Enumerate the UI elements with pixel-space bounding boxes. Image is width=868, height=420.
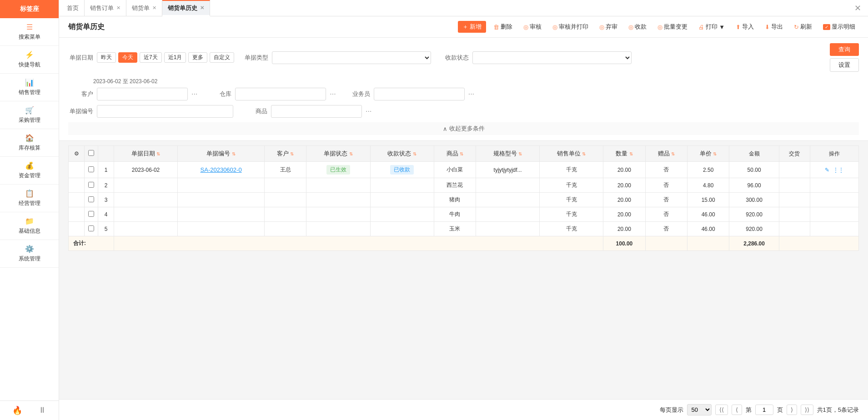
collapse-button[interactable]: ∧ 收起更多条件 — [68, 122, 859, 135]
tab-close-all[interactable]: ✕ — [850, 3, 866, 13]
cell-date — [114, 222, 178, 236]
sidebar-item-finance[interactable]: 💰 资金管理 — [0, 157, 59, 185]
col-unit-header[interactable]: 销售单位 ⇅ — [540, 146, 603, 162]
cell-docstatus — [306, 178, 370, 193]
goods-more-icon[interactable]: ··· — [366, 107, 371, 115]
date-sort-icon[interactable]: ⇅ — [156, 151, 160, 156]
docno-sort-icon[interactable]: ⇅ — [232, 151, 236, 156]
tab-sales-goods[interactable]: 销货单 ✕ — [126, 0, 162, 16]
show-details-button[interactable]: ✓ 显示明细 — [819, 21, 859, 33]
refresh-button[interactable]: ↻ 刷新 — [790, 21, 816, 33]
page-input[interactable] — [755, 405, 773, 415]
col-docstatus-header[interactable]: 单据状态 ⇅ — [306, 146, 370, 162]
customer-more-icon[interactable]: ··· — [191, 90, 197, 98]
date-btn-1month[interactable]: 近1月 — [164, 52, 186, 63]
payment-status-select[interactable] — [472, 51, 632, 64]
cell-checkbox[interactable] — [85, 162, 98, 178]
customer-input[interactable] — [97, 88, 188, 100]
query-button[interactable]: 查询 — [830, 43, 859, 56]
edit-button[interactable]: ✎ — [825, 167, 829, 173]
goods-input[interactable] — [271, 105, 362, 118]
quantity-sort-icon[interactable]: ⇅ — [629, 151, 633, 156]
sidebar-item-operations[interactable]: 📋 经营管理 — [0, 185, 59, 212]
row-checkbox[interactable] — [88, 166, 94, 172]
cell-checkbox[interactable] — [85, 222, 98, 236]
gift-sort-icon[interactable]: ⇅ — [671, 151, 675, 156]
abandon-button[interactable]: ◎ 弃审 — [596, 21, 621, 33]
setting-button[interactable]: 设置 — [830, 58, 859, 72]
sidebar-item-quicknav[interactable]: ⚡ 快捷导航 — [0, 46, 59, 74]
sidebar-item-system[interactable]: ⚙️ 系统管理 — [0, 240, 59, 268]
col-docno-header[interactable]: 单据编号 ⇅ — [178, 146, 265, 162]
col-paymentstatus-header[interactable]: 收款状态 ⇅ — [370, 146, 434, 162]
staff-more-icon[interactable]: ··· — [468, 90, 474, 98]
sidebar-item-search[interactable]: ☰ 搜索菜单 — [0, 18, 59, 46]
col-goods-header[interactable]: 商品 ⇅ — [434, 146, 476, 162]
row-checkbox[interactable] — [88, 225, 94, 231]
tab-sales-goods-close[interactable]: ✕ — [152, 5, 156, 11]
date-btn-custom[interactable]: 自定义 — [210, 52, 234, 63]
cell-checkbox[interactable] — [85, 178, 98, 193]
col-setting-header[interactable]: ⚙ — [69, 146, 85, 162]
delete-button[interactable]: 🗑 删除 — [490, 21, 516, 33]
last-page-button[interactable]: ⟩⟩ — [801, 405, 813, 415]
per-page-select[interactable]: 50 100 — [687, 404, 712, 415]
date-btn-yesterday[interactable]: 昨天 — [97, 52, 116, 63]
row-checkbox[interactable] — [88, 196, 94, 202]
spec-sort-icon[interactable]: ⇅ — [518, 151, 522, 156]
col-gift-header[interactable]: 赠品 ⇅ — [645, 146, 687, 162]
first-page-button[interactable]: ⟨⟨ — [715, 405, 728, 415]
export-button[interactable]: ⬇ 导出 — [761, 21, 787, 33]
payment-status-label: 收款状态 — [444, 54, 469, 62]
tab-sales-history[interactable]: 销货单历史 ✕ — [162, 0, 210, 16]
sidebar-item-purchase[interactable]: 🛒 采购管理 — [0, 101, 59, 129]
audit-button[interactable]: ◎ 审核 — [520, 21, 545, 33]
staff-input[interactable] — [374, 88, 465, 100]
row-checkbox[interactable] — [88, 182, 94, 188]
date-btn-today[interactable]: 今天 — [118, 52, 137, 63]
paymentstatus-sort-icon[interactable]: ⇅ — [413, 151, 416, 156]
doc-no-link[interactable]: SA-20230602-0 — [201, 166, 242, 173]
next-page-button[interactable]: ⟩ — [787, 405, 797, 415]
audit-print-button[interactable]: ◎ 审核并打印 — [549, 21, 592, 33]
tab-sales-order-close[interactable]: ✕ — [116, 5, 120, 11]
col-spec-header[interactable]: 规格型号 ⇅ — [476, 146, 540, 162]
warehouse-input[interactable] — [235, 88, 326, 100]
date-btn-7days[interactable]: 近7天 — [140, 52, 162, 63]
summary-amount: 2,286.00 — [729, 236, 779, 251]
col-checkbox-header[interactable] — [85, 146, 98, 162]
col-customer-header[interactable]: 客户 ⇅ — [265, 146, 306, 162]
sidebar-item-basic-info[interactable]: 📁 基础信息 — [0, 212, 59, 240]
col-quantity-header[interactable]: 数量 ⇅ — [603, 146, 645, 162]
cell-checkbox[interactable] — [85, 193, 98, 207]
cell-docno[interactable]: SA-20230602-0 — [178, 162, 265, 178]
sidebar-footer-fire[interactable]: 🔥 — [12, 405, 22, 415]
warehouse-more-icon[interactable]: ··· — [330, 90, 336, 98]
new-button[interactable]: ＋ 新增 — [458, 21, 486, 33]
sidebar-item-inventory[interactable]: 🏠 库存核算 — [0, 129, 59, 157]
doc-no-input[interactable] — [97, 105, 233, 118]
tab-home[interactable]: 首页 — [61, 0, 85, 16]
unitprice-sort-icon[interactable]: ⇅ — [713, 151, 717, 156]
tab-sales-history-close[interactable]: ✕ — [200, 5, 204, 11]
sidebar-footer-pause[interactable]: ⏸ — [38, 405, 46, 415]
unit-sort-icon[interactable]: ⇅ — [582, 151, 586, 156]
goods-sort-icon[interactable]: ⇅ — [460, 151, 463, 156]
doc-type-select[interactable] — [272, 51, 431, 64]
row-checkbox[interactable] — [88, 211, 94, 217]
receive-button[interactable]: ◎ 收款 — [625, 21, 650, 33]
col-unitprice-header[interactable]: 单价 ⇅ — [687, 146, 729, 162]
select-all-checkbox[interactable] — [88, 150, 94, 156]
docstatus-sort-icon[interactable]: ⇅ — [349, 151, 353, 156]
customer-sort-icon[interactable]: ⇅ — [290, 151, 294, 156]
tab-sales-order[interactable]: 销售订单 ✕ — [85, 0, 126, 16]
import-button[interactable]: ⬆ 导入 — [732, 21, 758, 33]
date-btn-more[interactable]: 更多 — [188, 52, 207, 63]
print-button[interactable]: 🖨 打印 ▼ — [695, 21, 728, 33]
cell-checkbox[interactable] — [85, 207, 98, 222]
batch-change-button[interactable]: ◎ 批量变更 — [654, 21, 691, 33]
prev-page-button[interactable]: ⟨ — [732, 405, 742, 415]
more-action-button[interactable]: ⋮⋮ — [833, 167, 844, 173]
col-date-header[interactable]: 单据日期 ⇅ — [114, 146, 178, 162]
sidebar-item-sales[interactable]: 📊 销售管理 — [0, 74, 59, 101]
